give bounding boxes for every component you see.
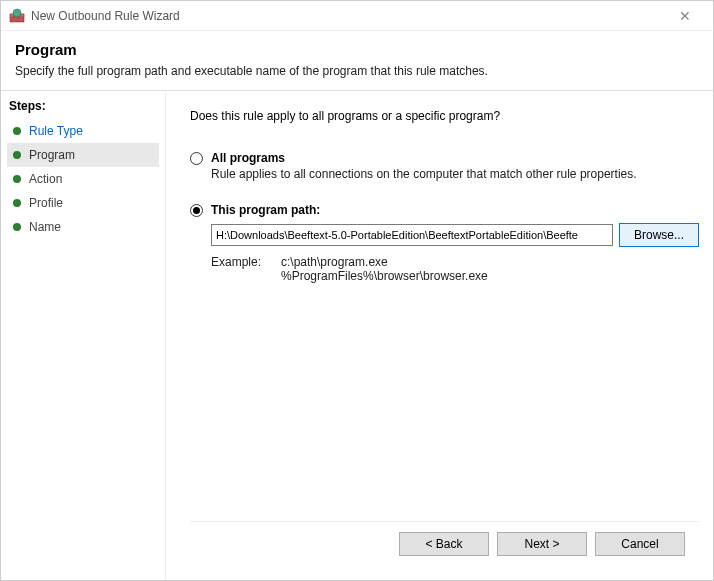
firewall-icon bbox=[9, 8, 25, 24]
option-all-programs: All programs Rule applies to all connect… bbox=[190, 151, 699, 181]
radio-all-programs[interactable] bbox=[190, 152, 203, 165]
option-program-path: This program path: Browse... Example: c:… bbox=[190, 203, 699, 283]
step-bullet-icon bbox=[13, 175, 21, 183]
option-path-label: This program path: bbox=[211, 203, 320, 217]
step-bullet-icon bbox=[13, 199, 21, 207]
step-name[interactable]: Name bbox=[7, 215, 159, 239]
step-profile[interactable]: Profile bbox=[7, 191, 159, 215]
question-text: Does this rule apply to all programs or … bbox=[190, 109, 699, 123]
page-title: Program bbox=[15, 41, 699, 58]
step-label: Rule Type bbox=[29, 124, 83, 138]
radio-program-path[interactable] bbox=[190, 204, 203, 217]
header: Program Specify the full program path an… bbox=[1, 31, 713, 91]
page-subtitle: Specify the full program path and execut… bbox=[15, 64, 699, 78]
step-label: Profile bbox=[29, 196, 63, 210]
example-label: Example: bbox=[211, 255, 281, 283]
step-action[interactable]: Action bbox=[7, 167, 159, 191]
step-bullet-icon bbox=[13, 223, 21, 231]
main-panel: Does this rule apply to all programs or … bbox=[166, 91, 713, 580]
footer: < Back Next > Cancel bbox=[190, 521, 699, 570]
step-label: Name bbox=[29, 220, 61, 234]
option-all-label: All programs bbox=[211, 151, 285, 165]
svg-point-4 bbox=[13, 9, 21, 17]
browse-button[interactable]: Browse... bbox=[619, 223, 699, 247]
cancel-button[interactable]: Cancel bbox=[595, 532, 685, 556]
step-label: Action bbox=[29, 172, 62, 186]
step-label: Program bbox=[29, 148, 75, 162]
body: Steps: Rule Type Program Action Profile … bbox=[1, 91, 713, 580]
steps-title: Steps: bbox=[7, 99, 159, 113]
example-text: c:\path\program.exe %ProgramFiles%\brows… bbox=[281, 255, 488, 283]
step-bullet-icon bbox=[13, 151, 21, 159]
window-title: New Outbound Rule Wizard bbox=[31, 9, 665, 23]
steps-sidebar: Steps: Rule Type Program Action Profile … bbox=[1, 91, 166, 580]
program-path-input[interactable] bbox=[211, 224, 613, 246]
titlebar: New Outbound Rule Wizard ✕ bbox=[1, 1, 713, 31]
back-button[interactable]: < Back bbox=[399, 532, 489, 556]
step-program[interactable]: Program bbox=[7, 143, 159, 167]
step-bullet-icon bbox=[13, 127, 21, 135]
close-icon[interactable]: ✕ bbox=[665, 8, 705, 24]
next-button[interactable]: Next > bbox=[497, 532, 587, 556]
wizard-window: New Outbound Rule Wizard ✕ Program Speci… bbox=[0, 0, 714, 581]
step-rule-type[interactable]: Rule Type bbox=[7, 119, 159, 143]
option-all-desc: Rule applies to all connections on the c… bbox=[211, 167, 699, 181]
